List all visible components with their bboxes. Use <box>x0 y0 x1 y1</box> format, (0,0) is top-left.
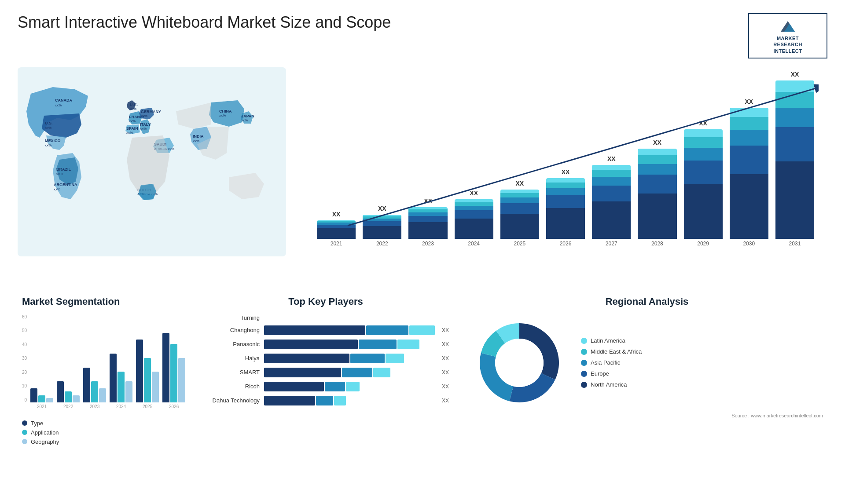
player-bars <box>264 354 435 363</box>
growth-bar-value: XX <box>791 71 799 78</box>
svg-text:xx%: xx% <box>54 187 60 191</box>
bar-segment <box>546 178 585 183</box>
svg-text:U.S.: U.S. <box>45 121 53 125</box>
bar-segment <box>408 216 447 223</box>
player-bar-segment <box>316 396 333 405</box>
bar-segment <box>500 190 539 193</box>
seg-bar <box>83 368 90 402</box>
bar-segment <box>500 214 539 239</box>
bar-segment <box>730 108 768 117</box>
player-name: Haiya <box>202 355 260 362</box>
player-bar-segment <box>264 368 341 377</box>
svg-text:xx%: xx% <box>126 131 133 135</box>
source-text: Source : www.marketresearchintellect.com <box>471 413 823 418</box>
legend-application: Application <box>22 429 180 436</box>
growth-bar-value: XX <box>562 168 570 175</box>
bar-stack <box>408 207 447 239</box>
seg-bar <box>170 344 177 402</box>
bar-segment <box>408 212 447 216</box>
seg-x-label: 2022 <box>57 404 80 409</box>
seg-y-axis: 0 10 20 30 40 50 60 <box>22 314 29 402</box>
application-dot <box>22 430 27 435</box>
growth-bar-group: XX <box>363 205 401 239</box>
seg-x-label: 2023 <box>83 404 106 409</box>
bar-stack <box>317 220 356 239</box>
page-title: Smart Interactive Whiteboard Market Size… <box>18 13 391 32</box>
bar-segment <box>592 186 631 201</box>
svg-text:MEXICO: MEXICO <box>45 139 61 143</box>
bar-segment <box>638 164 676 175</box>
growth-x-label: 2028 <box>638 241 676 247</box>
svg-text:xx%: xx% <box>219 113 226 117</box>
seg-bar <box>136 340 143 402</box>
player-value: XX <box>442 369 449 376</box>
player-bar-segment <box>325 382 345 391</box>
player-bar-segment <box>264 396 315 405</box>
bar-stack <box>500 190 539 239</box>
player-bar-segment <box>350 354 385 363</box>
player-bar-segment <box>342 368 373 377</box>
bar-segment <box>775 80 814 92</box>
seg-bar <box>46 398 53 402</box>
world-map-section: CANADA xx% U.S. xx% MEXICO xx% BRAZIL xx… <box>18 67 290 278</box>
bar-segment <box>730 174 768 239</box>
svg-text:GERMANY: GERMANY <box>141 110 161 114</box>
bar-stack <box>546 178 585 239</box>
bar-segment <box>730 130 768 146</box>
growth-bars: XXXXXXXXXXXXXXXXXXXXXX <box>312 72 819 239</box>
legend-geography: Geography <box>22 438 180 445</box>
growth-bar-group: XX <box>730 98 768 239</box>
regional-legend-color <box>581 349 587 355</box>
seg-bars <box>29 314 185 402</box>
bar-segment <box>775 108 814 127</box>
bar-segment <box>730 117 768 130</box>
svg-text:xx%: xx% <box>129 119 136 123</box>
bar-segment <box>684 184 723 239</box>
geography-dot <box>22 439 27 444</box>
svg-text:JAPAN: JAPAN <box>241 114 254 118</box>
page-header: Smart Interactive Whiteboard Market Size… <box>18 13 827 58</box>
seg-bar <box>125 381 132 402</box>
logo: MARKET RESEARCH INTELLECT <box>748 13 827 58</box>
growth-bar-value: XX <box>745 98 753 105</box>
growth-bar-group: XX <box>775 71 814 239</box>
growth-bar-value: XX <box>607 155 616 162</box>
seg-year-group <box>162 333 185 402</box>
seg-bar <box>144 358 151 402</box>
player-value: XX <box>442 341 449 347</box>
svg-text:xx%: xx% <box>45 143 51 147</box>
seg-year-group <box>136 340 159 402</box>
bar-stack <box>455 199 493 239</box>
svg-point-34 <box>495 339 544 387</box>
regional-content: Latin AmericaMiddle East & AfricaAsia Pa… <box>471 314 823 411</box>
growth-bar-value: XX <box>378 205 386 212</box>
seg-x-label: 2021 <box>30 404 53 409</box>
growth-x-label: 2030 <box>730 241 768 247</box>
growth-chart: XXXXXXXXXXXXXXXXXXXXXX 20212022202320242… <box>312 72 819 261</box>
bar-segment <box>684 148 723 161</box>
bar-segment <box>455 219 493 239</box>
player-bars <box>264 340 435 349</box>
regional-legend-label: Europe <box>591 370 609 377</box>
growth-x-label: 2026 <box>546 241 585 247</box>
donut-chart <box>471 314 568 411</box>
bar-segment <box>592 201 631 239</box>
player-bar-segment <box>264 354 349 363</box>
growth-x-axis: 2021202220232024202520262027202820292030… <box>312 241 819 247</box>
bar-segment <box>455 206 493 210</box>
segmentation-chart: 0 10 20 30 40 50 60 20212022202320242025… <box>22 314 180 416</box>
growth-x-label: 2031 <box>775 241 814 247</box>
player-bars <box>264 368 435 377</box>
bar-segment <box>455 199 493 202</box>
seg-x-label: 2026 <box>162 404 185 409</box>
player-row: PanasonicXX <box>202 340 449 349</box>
seg-year-group <box>30 388 53 402</box>
world-map: CANADA xx% U.S. xx% MEXICO xx% BRAZIL xx… <box>18 67 286 256</box>
svg-text:xx%: xx% <box>130 107 136 111</box>
bar-stack <box>638 149 676 239</box>
player-row: ChanghongXX <box>202 325 449 335</box>
svg-text:BRAZIL: BRAZIL <box>56 167 71 172</box>
bar-segment <box>408 222 447 238</box>
bar-segment <box>684 129 723 137</box>
main-grid: CANADA xx% U.S. xx% MEXICO xx% BRAZIL xx… <box>18 67 827 449</box>
